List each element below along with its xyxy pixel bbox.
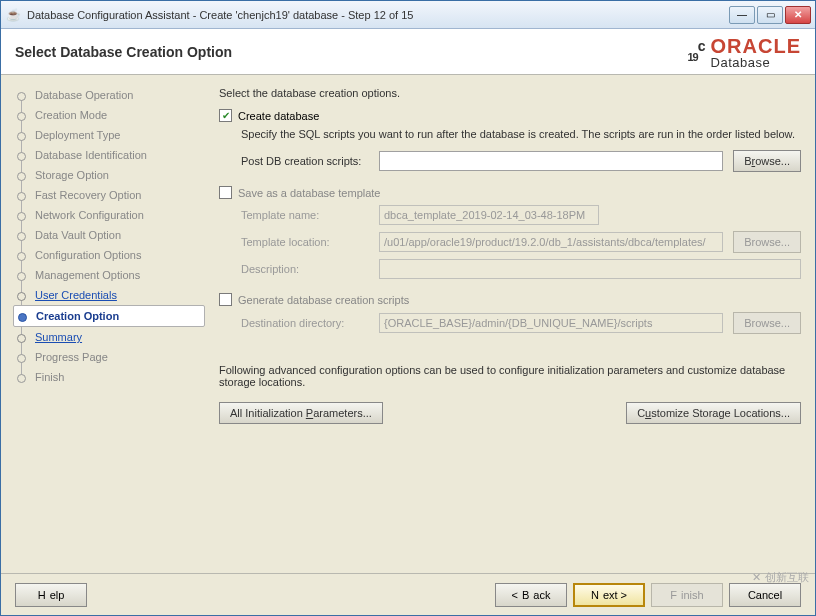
- version-text: 19c: [688, 37, 705, 68]
- brand-text: ORACLE: [711, 36, 801, 56]
- step-dot-icon: [17, 192, 26, 201]
- titlebar[interactable]: ☕ Database Configuration Assistant - Cre…: [1, 1, 815, 29]
- sidebar-step-14: Finish: [17, 367, 205, 387]
- step-dot-icon: [17, 172, 26, 181]
- init-params-button[interactable]: All Initialization Parameters...: [219, 402, 383, 424]
- sidebar-step-0: Database Operation: [17, 85, 205, 105]
- gen-scripts-checkbox-row: Generate database creation scripts: [219, 293, 801, 306]
- template-name-label: Template name:: [241, 209, 369, 221]
- sidebar-step-13: Progress Page: [17, 347, 205, 367]
- step-label: Deployment Type: [35, 129, 120, 141]
- watermark: ✕ 创新互联: [752, 570, 809, 585]
- dest-dir-label: Destination directory:: [241, 317, 369, 329]
- back-button[interactable]: < Back: [495, 583, 567, 607]
- sidebar-step-11: Creation Option: [13, 305, 205, 327]
- step-label: Progress Page: [35, 351, 108, 363]
- post-scripts-label: Post DB creation scripts:: [241, 155, 369, 167]
- template-name-input: [379, 205, 599, 225]
- minimize-button[interactable]: —: [729, 6, 755, 24]
- sidebar-step-7: Data Vault Option: [17, 225, 205, 245]
- advanced-desc: Following advanced configuration options…: [219, 364, 801, 388]
- page-title: Select Database Creation Option: [15, 44, 232, 60]
- sidebar-step-1: Creation Mode: [17, 105, 205, 125]
- step-dot-icon: [17, 212, 26, 221]
- sidebar-step-6: Network Configuration: [17, 205, 205, 225]
- step-label: User Credentials: [35, 289, 117, 301]
- finish-button: Finish: [651, 583, 723, 607]
- sidebar-step-3: Database Identification: [17, 145, 205, 165]
- footer: Help < Back Next > Finish Cancel: [1, 573, 815, 615]
- step-dot-icon: [17, 152, 26, 161]
- body: Database OperationCreation ModeDeploymen…: [1, 75, 815, 573]
- save-template-label: Save as a database template: [238, 187, 380, 199]
- step-label: Network Configuration: [35, 209, 144, 221]
- description-label: Description:: [241, 263, 369, 275]
- sidebar-step-12[interactable]: Summary: [17, 327, 205, 347]
- next-button[interactable]: Next >: [573, 583, 645, 607]
- step-dot-icon: [17, 112, 26, 121]
- step-label: Summary: [35, 331, 82, 343]
- sidebar-step-8: Configuration Options: [17, 245, 205, 265]
- browse-post-scripts-button[interactable]: Browse...: [733, 150, 801, 172]
- create-database-checkbox[interactable]: ✔: [219, 109, 232, 122]
- window-controls: — ▭ ✕: [729, 6, 811, 24]
- save-template-checkbox-row: Save as a database template: [219, 186, 801, 199]
- maximize-button[interactable]: ▭: [757, 6, 783, 24]
- step-dot-icon: [17, 354, 26, 363]
- description-input: [379, 259, 801, 279]
- main-panel: Select the database creation options. ✔ …: [209, 75, 815, 573]
- dest-dir-input: [379, 313, 723, 333]
- step-dot-icon: [17, 334, 26, 343]
- sidebar-step-4: Storage Option: [17, 165, 205, 185]
- step-label: Configuration Options: [35, 249, 141, 261]
- brand-sub-text: Database: [711, 56, 771, 69]
- step-label: Storage Option: [35, 169, 109, 181]
- gen-scripts-checkbox[interactable]: [219, 293, 232, 306]
- help-button[interactable]: Help: [15, 583, 87, 607]
- browse-dest-dir-button: Browse...: [733, 312, 801, 334]
- post-scripts-input[interactable]: [379, 151, 723, 171]
- close-button[interactable]: ✕: [785, 6, 811, 24]
- cancel-button[interactable]: Cancel: [729, 583, 801, 607]
- step-label: Data Vault Option: [35, 229, 121, 241]
- template-location-input: [379, 232, 723, 252]
- step-dot-icon: [18, 313, 27, 322]
- gen-scripts-label: Generate database creation scripts: [238, 294, 409, 306]
- step-label: Database Operation: [35, 89, 133, 101]
- sidebar-step-5: Fast Recovery Option: [17, 185, 205, 205]
- sidebar-step-10[interactable]: User Credentials: [17, 285, 205, 305]
- save-template-checkbox[interactable]: [219, 186, 232, 199]
- watermark-icon: ✕: [752, 571, 761, 584]
- sidebar-step-2: Deployment Type: [17, 125, 205, 145]
- header: Select Database Creation Option 19c ORAC…: [1, 29, 815, 75]
- step-label: Database Identification: [35, 149, 147, 161]
- step-label: Fast Recovery Option: [35, 189, 141, 201]
- sidebar-step-9: Management Options: [17, 265, 205, 285]
- create-database-checkbox-row: ✔ Create database: [219, 109, 801, 122]
- template-location-label: Template location:: [241, 236, 369, 248]
- step-dot-icon: [17, 252, 26, 261]
- step-label: Management Options: [35, 269, 140, 281]
- step-label: Finish: [35, 371, 64, 383]
- step-label: Creation Option: [36, 310, 119, 322]
- create-database-label: Create database: [238, 110, 319, 122]
- step-list: Database OperationCreation ModeDeploymen…: [17, 85, 205, 387]
- create-database-desc: Specify the SQL scripts you want to run …: [241, 128, 801, 140]
- step-label: Creation Mode: [35, 109, 107, 121]
- sidebar: Database OperationCreation ModeDeploymen…: [1, 75, 209, 573]
- window-title: Database Configuration Assistant - Creat…: [27, 9, 729, 21]
- step-dot-icon: [17, 292, 26, 301]
- post-scripts-row: Post DB creation scripts: Browse...: [241, 150, 801, 172]
- step-dot-icon: [17, 92, 26, 101]
- browse-template-location-button: Browse...: [733, 231, 801, 253]
- app-window: ☕ Database Configuration Assistant - Cre…: [0, 0, 816, 616]
- step-dot-icon: [17, 132, 26, 141]
- step-dot-icon: [17, 374, 26, 383]
- oracle-logo: 19c ORACLE Database: [688, 36, 802, 69]
- step-dot-icon: [17, 232, 26, 241]
- customize-storage-button[interactable]: Customize Storage Locations...: [626, 402, 801, 424]
- step-dot-icon: [17, 272, 26, 281]
- java-icon: ☕: [5, 7, 21, 23]
- intro-text: Select the database creation options.: [219, 87, 801, 99]
